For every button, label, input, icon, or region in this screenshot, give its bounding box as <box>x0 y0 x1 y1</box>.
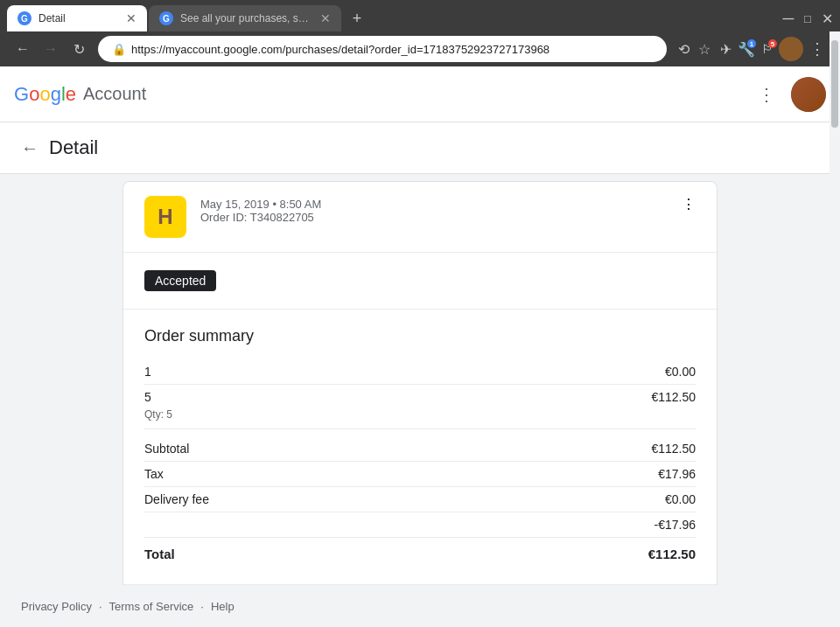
footer-dot-2: · <box>200 600 204 613</box>
delivery-value: €0.00 <box>665 492 696 506</box>
tab-title-2: See all your purchases, subscript... <box>180 12 313 24</box>
browser-menu-button[interactable]: ⋮ <box>805 37 830 61</box>
discount-value: -€17.96 <box>654 518 696 532</box>
order-item-1-value: €0.00 <box>665 365 696 379</box>
tab-favicon-1: G <box>18 11 32 25</box>
discount-row: -€17.96 <box>144 512 696 538</box>
order-item-2-qty: Qty: 5 <box>144 408 172 421</box>
tax-value: €17.96 <box>658 467 696 481</box>
footer: Privacy Policy · Terms of Service · Help <box>0 585 840 627</box>
tax-label: Tax <box>144 467 164 481</box>
svg-text:G: G <box>21 14 28 24</box>
subtotal-row: Subtotal €112.50 <box>144 436 696 462</box>
order-item-1-label: 1 <box>144 365 151 379</box>
delivery-row: Delivery fee €0.00 <box>144 487 696 512</box>
svg-text:G: G <box>163 14 170 24</box>
scrollbar[interactable] <box>830 31 840 582</box>
back-nav-button[interactable]: ← <box>10 37 35 61</box>
tab-detail[interactable]: G Detail ✕ <box>7 5 147 31</box>
help-link[interactable]: Help <box>211 600 234 613</box>
back-navigation: ← Detail <box>0 122 840 174</box>
order-item-2-label: 5 <box>144 390 151 404</box>
order-row-1: 1 €0.00 <box>144 359 696 385</box>
tab-close-2[interactable]: ✕ <box>320 11 331 25</box>
purchase-date: May 15, 2019 • 8:50 AM <box>200 198 668 211</box>
page-title: Detail <box>49 136 98 159</box>
purchase-header: H May 15, 2019 • 8:50 AM Order ID: T3408… <box>123 182 717 253</box>
translate-ext-icon[interactable]: ⟲ <box>674 39 693 59</box>
status-section: Accepted <box>123 253 717 310</box>
maximize-button[interactable]: □ <box>802 12 814 24</box>
tab-purchases[interactable]: G See all your purchases, subscript... ✕ <box>149 5 341 31</box>
header-menu-button[interactable]: ⋮ <box>749 77 784 112</box>
new-tab-button[interactable]: + <box>345 6 369 31</box>
order-row-2: 5 €112.50 <box>144 385 696 406</box>
purchase-options-button[interactable]: ⋮ <box>682 196 696 212</box>
subtotal-label: Subtotal <box>144 442 189 456</box>
purchase-logo: H <box>144 196 186 238</box>
tab-favicon-2: G <box>159 11 173 25</box>
purchase-order-id: Order ID: T340822705 <box>200 211 668 224</box>
minimize-button[interactable]: ─ <box>782 12 794 24</box>
plane-icon[interactable]: ✈ <box>716 39 735 59</box>
terms-of-service-link[interactable]: Terms of Service <box>109 600 194 613</box>
delivery-label: Delivery fee <box>144 492 209 506</box>
flag-count-badge: 5 <box>768 39 777 48</box>
ext-badge-icon[interactable]: 🔧 1 <box>737 39 756 59</box>
footer-dot-1: · <box>99 600 102 613</box>
total-value: €112.50 <box>648 547 696 561</box>
extension-icons: ⟲ ☆ ✈ 🔧 1 🏳 5 ⋮ <box>674 37 830 61</box>
user-profile-avatar[interactable] <box>779 37 803 61</box>
google-account-header: Google Account ⋮ <box>0 66 840 122</box>
reload-button[interactable]: ↻ <box>66 37 91 61</box>
header-account-label: Account <box>83 84 146 104</box>
url-text: https://myaccount.google.com/purchases/d… <box>131 43 653 56</box>
tab-close-1[interactable]: ✕ <box>126 11 136 25</box>
total-label: Total <box>144 547 175 561</box>
status-badge: Accepted <box>144 270 216 291</box>
back-arrow-icon[interactable]: ← <box>21 138 38 158</box>
order-summary-title: Order summary <box>144 327 696 345</box>
tax-row: Tax €17.96 <box>144 462 696 487</box>
flag-ext-icon[interactable]: 🏳 5 <box>758 39 777 59</box>
google-logo: Google Account <box>14 83 146 106</box>
privacy-policy-link[interactable]: Privacy Policy <box>21 600 92 613</box>
close-button[interactable]: ✕ <box>821 12 833 24</box>
scrollbar-thumb[interactable] <box>831 40 838 128</box>
bookmark-icon[interactable]: ☆ <box>695 39 714 59</box>
url-bar[interactable]: 🔒 https://myaccount.google.com/purchases… <box>98 36 667 62</box>
order-item-2-value: €112.50 <box>651 390 696 404</box>
ext-count-badge: 1 <box>747 39 756 48</box>
order-summary-section: Order summary 1 €0.00 5 €112.50 Qty: 5 S… <box>123 310 717 585</box>
total-row: Total €112.50 <box>144 541 696 567</box>
subtotal-value: €112.50 <box>651 442 696 456</box>
user-avatar[interactable] <box>791 77 826 112</box>
tab-title-1: Detail <box>38 12 119 24</box>
lock-icon: 🔒 <box>112 43 126 56</box>
forward-nav-button[interactable]: → <box>38 37 63 61</box>
